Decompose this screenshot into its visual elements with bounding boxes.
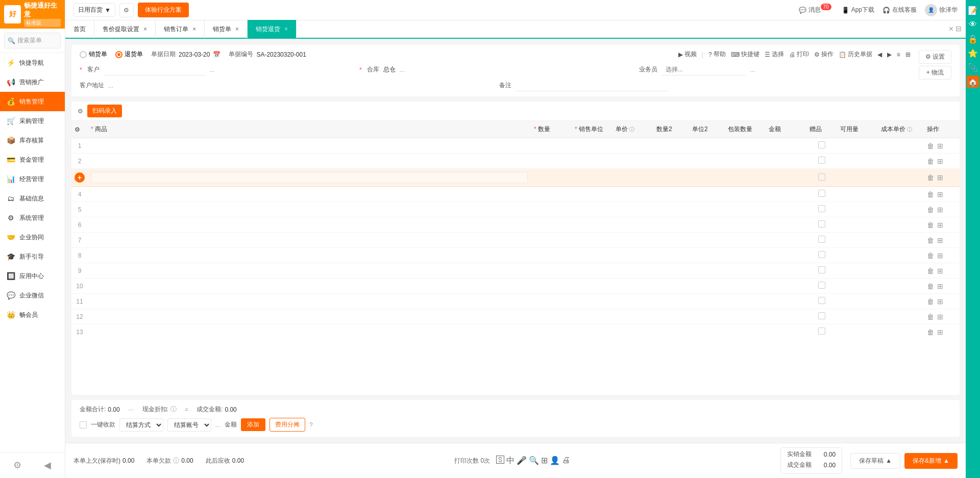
one-click-checkbox[interactable]: [80, 421, 87, 429]
bottom-icon-1[interactable]: 🅂: [496, 456, 504, 466]
user-item[interactable]: 👤 徐泽华: [925, 4, 958, 16]
view-list[interactable]: ≡: [897, 51, 900, 58]
bottom-icon-3[interactable]: 🎤: [517, 456, 527, 466]
sidebar-item-enterprise[interactable]: 🤝 企业协同: [0, 228, 65, 247]
delete-row-button[interactable]: 🗑: [927, 173, 934, 182]
calendar-icon[interactable]: 📅: [213, 51, 220, 58]
delete-row-button[interactable]: 🗑: [927, 221, 934, 229]
customer-more-btn[interactable]: ...: [210, 66, 215, 73]
gift-checkbox[interactable]: [818, 173, 825, 181]
staff-more-btn[interactable]: ...: [750, 66, 755, 73]
save-draft-button[interactable]: 保存草稿 ▲: [850, 453, 900, 469]
warehouse-more-btn[interactable]: ...: [400, 66, 405, 73]
staff-input[interactable]: [662, 64, 746, 76]
scan-input-button[interactable]: 扫码录入: [87, 105, 122, 117]
tab-home[interactable]: 首页: [65, 20, 94, 38]
delete-row-button[interactable]: 🗑: [927, 313, 934, 321]
tab-sale-order[interactable]: 销售订单 ×: [156, 20, 205, 38]
bottom-icon-2[interactable]: 中: [506, 456, 514, 466]
quick-item-1[interactable]: 📝: [967, 4, 979, 16]
delete-row-button[interactable]: 🗑: [927, 190, 934, 198]
action-history[interactable]: 📋 历史单据: [839, 50, 872, 59]
copy-row-button[interactable]: ⊞: [937, 142, 943, 150]
address-more-btn[interactable]: ...: [108, 82, 113, 89]
gift-checkbox[interactable]: [818, 236, 825, 243]
tab-sale-return-close[interactable]: ×: [284, 26, 288, 33]
quick-item-6[interactable]: 🏠: [967, 76, 979, 88]
delete-row-button[interactable]: 🗑: [927, 328, 934, 336]
quick-item-5[interactable]: 📎: [967, 61, 979, 73]
tab-sale-goods-close[interactable]: ×: [235, 26, 239, 33]
sidebar-item-purchase[interactable]: 🛒 采购管理: [0, 111, 65, 131]
sidebar-item-app-center[interactable]: 🔲 应用中心: [0, 266, 65, 286]
copy-row-button[interactable]: ⊞: [937, 206, 943, 214]
quick-item-2[interactable]: 👁: [967, 18, 979, 31]
copy-row-button[interactable]: ⊞: [937, 328, 943, 336]
logistics-side-button[interactable]: + 物流: [919, 66, 951, 80]
note-input[interactable]: [516, 80, 669, 91]
bottom-icon-5[interactable]: ⊞: [541, 456, 548, 466]
copy-row-button[interactable]: ⊞: [937, 251, 943, 260]
save-new-button[interactable]: 保存&新增 ▲: [904, 453, 958, 469]
action-print[interactable]: 🖨 打印: [789, 50, 809, 59]
action-help[interactable]: ? 帮助: [708, 50, 726, 59]
tab-menu-icon[interactable]: ⊟: [955, 24, 962, 34]
sidebar-settings-button[interactable]: ⚙: [4, 457, 31, 474]
gift-checkbox[interactable]: [818, 312, 825, 319]
experience-button[interactable]: 体验行业方案: [138, 3, 189, 17]
copy-row-button[interactable]: ⊞: [937, 236, 943, 244]
table-settings-icon[interactable]: ⚙: [78, 108, 83, 115]
message-item[interactable]: 💬 消息 70: [799, 6, 834, 14]
sidebar-item-wechat[interactable]: 💬 企业微信: [0, 286, 65, 305]
account-more-btn[interactable]: ...: [215, 421, 220, 429]
sidebar-item-finance[interactable]: 💳 资金管理: [0, 150, 65, 169]
bottom-icon-4[interactable]: 🔍: [529, 456, 539, 466]
tab-sale-price-close[interactable]: ×: [143, 26, 147, 33]
action-operate[interactable]: ⚙ 操作: [814, 50, 834, 59]
view-grid[interactable]: ⊞: [905, 51, 911, 58]
nav-prev[interactable]: ◀: [877, 51, 882, 58]
delete-row-button[interactable]: 🗑: [927, 282, 934, 290]
bottom-icon-7[interactable]: 🖨: [562, 456, 570, 466]
settings-side-button[interactable]: ⚙ 设置: [919, 50, 951, 64]
sidebar-collapse-button[interactable]: ◀: [35, 457, 61, 474]
copy-row-button[interactable]: ⊞: [937, 221, 943, 229]
tab-sale-return[interactable]: 销货退货 ×: [248, 20, 297, 38]
delete-row-button[interactable]: 🗑: [927, 157, 934, 165]
bottom-icon-6[interactable]: 👤: [550, 456, 560, 466]
radio-sale-goods[interactable]: 销货单: [80, 50, 107, 59]
tab-sale-order-close[interactable]: ×: [192, 26, 196, 33]
sidebar-item-inventory[interactable]: 📦 库存核算: [0, 131, 65, 150]
delete-row-button[interactable]: 🗑: [927, 267, 934, 275]
copy-row-button[interactable]: ⊞: [937, 190, 943, 198]
copy-row-button[interactable]: ⊞: [937, 173, 943, 182]
gift-checkbox[interactable]: [818, 141, 825, 148]
add-row-button[interactable]: +: [75, 172, 85, 183]
copy-row-button[interactable]: ⊞: [937, 297, 943, 306]
action-video[interactable]: ▶ 视频: [678, 50, 697, 59]
tab-close-all-icon[interactable]: ×: [949, 24, 953, 34]
tab-sale-goods[interactable]: 销货单 ×: [205, 20, 248, 38]
search-menu-button[interactable]: 🔍 搜索菜单: [4, 33, 61, 48]
radio-return[interactable]: 退货单: [115, 50, 143, 59]
add-payment-button[interactable]: 添加: [241, 418, 265, 431]
topbar-settings-button[interactable]: ⚙: [119, 3, 134, 17]
online-service-item[interactable]: 🎧 在线客服: [883, 6, 917, 14]
app-download-item[interactable]: 📱 App下载: [842, 6, 874, 14]
gift-checkbox[interactable]: [818, 251, 825, 258]
sidebar-item-member[interactable]: 👑 畅会员: [0, 305, 65, 324]
delete-row-button[interactable]: 🗑: [927, 236, 934, 244]
sidebar-item-system[interactable]: ⚙ 系统管理: [0, 208, 65, 228]
quick-item-4[interactable]: ⭐: [967, 47, 979, 59]
sidebar-item-basic[interactable]: 🗂 基础信息: [0, 189, 65, 208]
tab-sale-price[interactable]: 售价提取设置 ×: [94, 20, 156, 38]
copy-row-button[interactable]: ⊞: [937, 267, 943, 275]
delete-row-button[interactable]: 🗑: [927, 142, 934, 150]
delete-row-button[interactable]: 🗑: [927, 297, 934, 306]
sidebar-item-shortcut[interactable]: ⚡ 快捷导航: [0, 53, 65, 72]
gift-checkbox[interactable]: [818, 205, 825, 212]
gift-checkbox[interactable]: [818, 328, 825, 335]
action-shortcut[interactable]: ⌨ 快捷键: [731, 50, 760, 59]
sidebar-item-sales[interactable]: 💰 销售管理: [0, 92, 65, 111]
delete-row-button[interactable]: 🗑: [927, 251, 934, 260]
